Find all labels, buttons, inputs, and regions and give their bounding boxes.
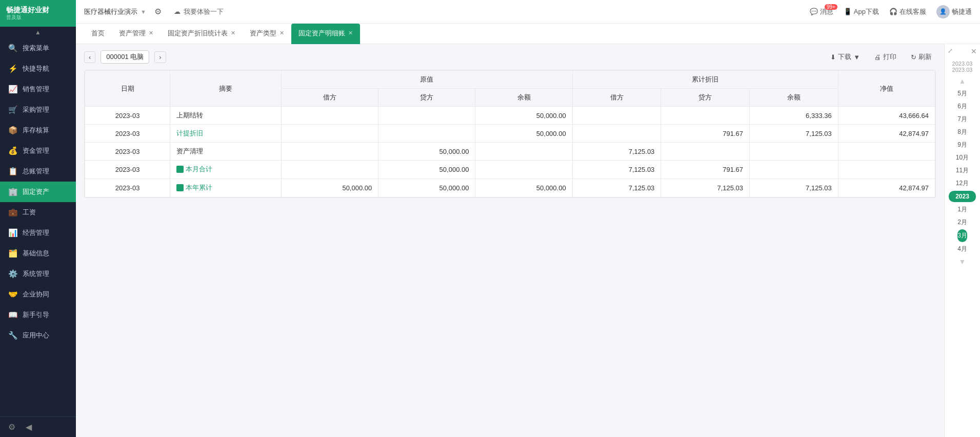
prev-asset-btn[interactable]: ‹ (84, 51, 95, 63)
sidebar-item-ledger[interactable]: 📋总账管理 (0, 161, 76, 182)
timeline-month[interactable]: 1月 (953, 203, 971, 216)
print-btn[interactable]: 🖨 打印 (870, 50, 901, 64)
company-selector[interactable]: 医疗器械行业演示 ▼ (84, 7, 146, 16)
sidebar-item-guide[interactable]: 📖新手引导 (0, 305, 76, 325)
next-asset-btn[interactable]: › (154, 51, 166, 63)
summary-text: 资产清理 (176, 147, 203, 155)
sidebar-item-collab[interactable]: 🤝企业协同 (0, 284, 76, 305)
sidebar-item-sales[interactable]: 📈销售管理 (0, 79, 76, 100)
notification-btn[interactable]: 💬 消息 99 (810, 7, 833, 16)
timeline-month[interactable]: 2月 (953, 216, 971, 229)
tab-label-home: 首页 (91, 29, 105, 38)
cell-dep-credit: 7,125.03 (661, 179, 750, 197)
sidebar-label-system: 系统管理 (23, 269, 49, 279)
cell-orig-debit (282, 161, 378, 179)
main-panel: ‹ 000001 电脑 › ⬇ 下载 ▼ 🖨 打印 ↻ 刷新 (76, 44, 944, 437)
collapse-icon[interactable]: ◀ (26, 422, 32, 432)
tab-close-asset-detail[interactable]: ✕ (348, 30, 353, 36)
cell-dep-balance (750, 161, 838, 179)
cell-dep-balance: 7,125.03 (750, 179, 838, 197)
sidebar-icon-guide: 📖 (8, 310, 17, 320)
download-label: App下载 (854, 7, 879, 16)
sidebar-label-operation: 经营管理 (23, 228, 49, 237)
sidebar-label-search: 搜索菜单 (23, 44, 49, 53)
tab-close-depreciation-table[interactable]: ✕ (231, 30, 235, 36)
refresh-label: 刷新 (918, 52, 932, 62)
refresh-btn[interactable]: ↻ 刷新 (907, 50, 936, 64)
table-row: 2023-03 本年累计 50,000.00 50,000.00 50,000.… (85, 179, 935, 197)
sidebar-item-apps[interactable]: 🔧应用中心 (0, 325, 76, 346)
sidebar-icon-nav: ⚡ (8, 64, 17, 73)
sidebar-item-base[interactable]: 🗂️基础信息 (0, 243, 76, 264)
experience-btn[interactable]: ☁ 我要体验一下 (174, 7, 224, 16)
sidebar-label-assets: 固定资产 (23, 187, 49, 196)
th-net-value: 净值 (838, 71, 935, 107)
th-dep-balance: 余额 (750, 89, 838, 107)
tabs-bar: 首页资产管理✕固定资产折旧统计表✕资产类型✕固定资产明细账✕ (76, 24, 980, 44)
tab-close-asset-mgmt[interactable]: ✕ (149, 30, 153, 36)
sidebar-item-payroll[interactable]: 💼工资 (0, 202, 76, 223)
month-icon (176, 166, 184, 173)
cell-orig-debit (282, 107, 378, 125)
cell-dep-balance (750, 143, 838, 161)
sidebar-item-purchase[interactable]: 🛒采购管理 (0, 100, 76, 120)
sidebar-item-assets[interactable]: 🏢固定资产 (0, 182, 76, 202)
download-btn[interactable]: 📱 App下载 (844, 7, 879, 16)
timeline-year-2023[interactable]: 2023 (949, 191, 976, 202)
cell-summary: 计提折旧 (170, 125, 282, 143)
sidebar-item-nav[interactable]: ⚡快捷导航 (0, 58, 76, 79)
notification-badge: 99 (825, 4, 837, 10)
sidebar-item-operation[interactable]: 📊经营管理 (0, 223, 76, 243)
timeline-up-arrow[interactable]: ▲ (959, 75, 966, 87)
timeline-month[interactable]: 9月 (956, 138, 969, 151)
timeline-active-month[interactable]: 3月 (957, 229, 967, 242)
timeline-down-arrow[interactable]: ▼ (959, 255, 966, 268)
refresh-icon: ↻ (911, 53, 916, 61)
timeline-month[interactable]: 11月 (956, 164, 969, 177)
settings-icon[interactable]: ⚙ (8, 422, 15, 432)
tab-asset-detail[interactable]: 固定资产明细账✕ (291, 24, 360, 44)
cell-orig-debit: 50,000.00 (282, 179, 378, 197)
timeline-close-btn[interactable]: ✕ (971, 47, 977, 55)
tab-home[interactable]: 首页 (84, 24, 112, 44)
service-btn[interactable]: 🎧 在线客服 (889, 7, 926, 16)
sidebar-scroll-up[interactable]: ▲ (0, 27, 76, 38)
cell-orig-balance (475, 143, 572, 161)
cell-dep-debit (572, 107, 661, 125)
app-subtitle: 普及版 (6, 14, 49, 21)
timeline-month[interactable]: 7月 (956, 113, 969, 126)
sidebar-icon-purchase: 🛒 (8, 105, 17, 114)
summary-link[interactable]: 计提折旧 (176, 129, 203, 137)
tab-depreciation-table[interactable]: 固定资产折旧统计表✕ (161, 24, 243, 44)
table-row: 2023-03 计提折旧 50,000.00 791.67 7,125.03 4… (85, 125, 935, 143)
timeline-month[interactable]: 12月 (956, 177, 969, 190)
timeline-month[interactable]: 6月 (956, 100, 969, 113)
cell-orig-balance: 50,000.00 (475, 125, 572, 143)
sidebar-icon-collab: 🤝 (8, 290, 17, 299)
timeline-month[interactable]: 10月 (956, 151, 969, 164)
cell-summary: 本年累计 (170, 179, 282, 197)
cell-net-value (838, 143, 935, 161)
th-date: 日期 (85, 71, 170, 107)
timeline-expand-btn[interactable]: ⤢ (948, 47, 953, 54)
tab-asset-mgmt[interactable]: 资产管理✕ (112, 24, 161, 44)
sidebar-item-finance[interactable]: 💰资金管理 (0, 141, 76, 161)
timeline-month[interactable]: 8月 (956, 126, 969, 138)
user-btn[interactable]: 👤 畅捷通 (936, 5, 972, 18)
tab-close-asset-type[interactable]: ✕ (279, 30, 284, 36)
timeline-month[interactable]: 5月 (956, 87, 969, 100)
table-row: 2023-03 资产清理 50,000.00 7,125.03 (85, 143, 935, 161)
sidebar-item-inventory[interactable]: 📦库存核算 (0, 120, 76, 141)
download-btn[interactable]: ⬇ 下载 ▼ (826, 50, 864, 64)
settings-gear-icon[interactable]: ⚙ (154, 7, 162, 16)
sidebar-item-system[interactable]: ⚙️系统管理 (0, 264, 76, 284)
th-orig-balance: 余额 (475, 89, 572, 107)
timeline-panel: ✕ ⤢ 2023.03 2023.03 ▲ 5月6月7月8月9月10月11月12… (944, 44, 980, 437)
sidebar-item-search[interactable]: 🔍搜索菜单 (0, 38, 76, 58)
tab-asset-type[interactable]: 资产类型✕ (243, 24, 291, 44)
month-tag: 本月合计 (176, 165, 212, 174)
table-row: 2023-03 本月合计 50,000.00 7,125.03 791.67 (85, 161, 935, 179)
th-orig-debit: 借方 (282, 89, 378, 107)
sidebar-icon-ledger: 📋 (8, 167, 17, 176)
timeline-month[interactable]: 4月 (953, 243, 971, 255)
